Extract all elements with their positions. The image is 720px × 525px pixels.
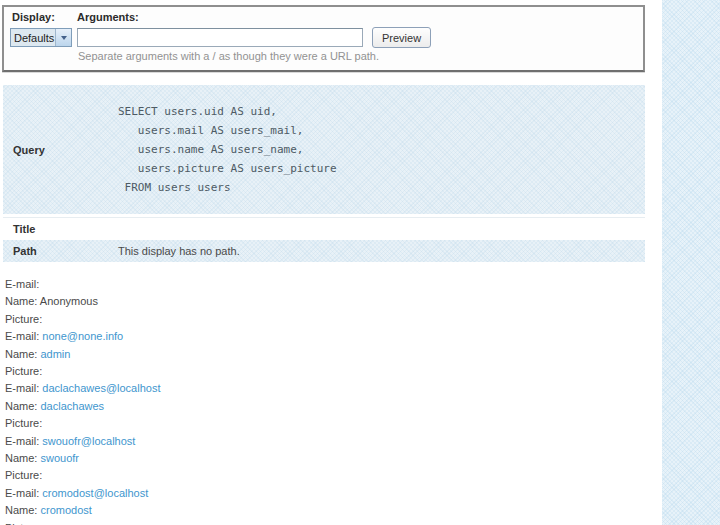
display-select[interactable]: Defaults xyxy=(10,28,72,47)
display-select-value: Defaults xyxy=(11,32,55,44)
main-content: Display: Arguments: Defaults Preview Sep… xyxy=(0,0,662,525)
page-background xyxy=(662,0,720,525)
field-label: E-mail: xyxy=(5,330,39,342)
field-label: E-mail: xyxy=(5,435,39,447)
field-name: Name: daclachawes xyxy=(5,398,645,415)
email-link[interactable]: none@none.info xyxy=(42,330,123,342)
field-picture: Picture: xyxy=(5,467,645,484)
field-label: E-mail: xyxy=(5,382,39,394)
email-link[interactable]: cromodost@localhost xyxy=(42,487,148,499)
page: Display: Arguments: Defaults Preview Sep… xyxy=(0,0,720,525)
view-info-table: Query SELECT users.uid AS uid, users.mai… xyxy=(3,85,645,262)
title-label: Title xyxy=(3,223,118,235)
name-link[interactable]: cromodost xyxy=(40,504,91,516)
field-name: Name: Anonymous xyxy=(5,293,645,310)
field-email: E-mail: none@none.info xyxy=(5,328,645,345)
preview-button[interactable]: Preview xyxy=(372,27,431,48)
field-email: E-mail: cromodost@localhost xyxy=(5,485,645,502)
field-label: Name: xyxy=(5,504,37,516)
arguments-label: Arguments: xyxy=(77,11,139,23)
field-name: Name: admin xyxy=(5,346,645,363)
name-link[interactable]: daclachawes xyxy=(40,400,104,412)
field-picture: Picture: xyxy=(5,363,645,380)
query-label: Query xyxy=(3,144,118,156)
field-label: Picture: xyxy=(5,313,42,325)
field-label: Name: xyxy=(5,295,37,307)
field-name: Name: swouofr xyxy=(5,450,645,467)
query-row: Query SELECT users.uid AS uid, users.mai… xyxy=(3,85,645,214)
field-label: E-mail: xyxy=(5,278,39,290)
email-link[interactable]: swouofr@localhost xyxy=(42,435,135,447)
field-label: E-mail: xyxy=(5,487,39,499)
field-label: Name: xyxy=(5,400,37,412)
user-row: E-mail: cromodost@localhostName: cromodo… xyxy=(5,485,645,525)
field-label: Picture: xyxy=(5,469,42,481)
user-row: E-mail:Name: AnonymousPicture: xyxy=(5,276,645,328)
user-row: E-mail: daclachawes@localhostName: dacla… xyxy=(5,380,645,432)
name-value: Anonymous xyxy=(40,295,98,307)
field-label: Name: xyxy=(5,348,37,360)
field-picture: Picture: xyxy=(5,520,645,525)
field-label: Picture: xyxy=(5,365,42,377)
query-sql: SELECT users.uid AS uid, users.mail AS u… xyxy=(118,102,645,197)
field-email: E-mail: daclachawes@localhost xyxy=(5,380,645,397)
chevron-down-icon xyxy=(55,29,71,46)
path-label: Path xyxy=(3,245,118,257)
name-link[interactable]: swouofr xyxy=(40,452,79,464)
user-row: E-mail: none@none.infoName: adminPicture… xyxy=(5,328,645,380)
view-content: E-mail:Name: AnonymousPicture:E-mail: no… xyxy=(5,276,645,525)
name-link[interactable]: admin xyxy=(40,348,70,360)
path-row: Path This display has no path. xyxy=(3,240,645,262)
views-preview-form: Display: Arguments: Defaults Preview Sep… xyxy=(2,5,645,72)
field-email: E-mail: xyxy=(5,276,645,293)
email-link[interactable]: daclachawes@localhost xyxy=(42,382,160,394)
query-value: SELECT users.uid AS uid, users.mail AS u… xyxy=(118,102,645,197)
field-name: Name: cromodost xyxy=(5,502,645,519)
field-picture: Picture: xyxy=(5,415,645,432)
path-value: This display has no path. xyxy=(118,245,645,257)
title-row: Title xyxy=(3,217,645,239)
field-label: Picture: xyxy=(5,417,42,429)
arguments-input[interactable] xyxy=(77,28,363,47)
field-picture: Picture: xyxy=(5,311,645,328)
field-label: Name: xyxy=(5,452,37,464)
field-email: E-mail: swouofr@localhost xyxy=(5,433,645,450)
arguments-description: Separate arguments with a / as though th… xyxy=(78,50,379,62)
display-label: Display: xyxy=(12,11,55,23)
user-row: E-mail: swouofr@localhostName: swouofrPi… xyxy=(5,433,645,485)
